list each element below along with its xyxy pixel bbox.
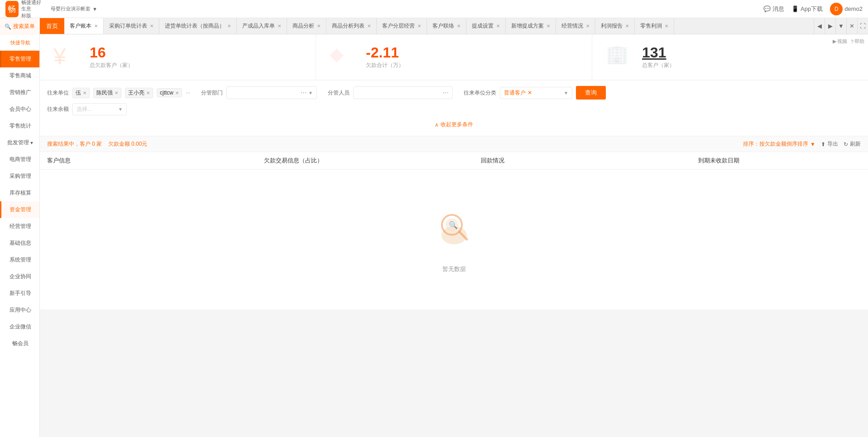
tab-close-icon[interactable]: ✕ [457, 24, 460, 28]
tab-close-icon[interactable]: ✕ [227, 24, 231, 28]
refresh-icon: ↻ [844, 141, 848, 147]
sidebar-item-retail-mgmt[interactable]: 零售管理 [0, 51, 39, 67]
tab-customer-tiering[interactable]: 客户分层经营 ✕ [377, 18, 427, 34]
filter-dept-dots[interactable]: ··· [301, 89, 307, 97]
tab-close-icon[interactable]: ✕ [586, 24, 590, 28]
sidebar-item-wholesale[interactable]: 批发管理 ▼ [0, 134, 39, 151]
remove-tag-wu-icon[interactable]: ✕ [83, 90, 86, 95]
stat-info-customers: 16 总欠款客户（家） [90, 45, 133, 69]
tab-profit-report[interactable]: 利润报告 ✕ [595, 18, 635, 34]
filter-balance-select[interactable]: 选择... ▼ [72, 103, 127, 115]
sidebar: 🔍 搜索菜单 快捷导航 零售管理 零售商城 营销推广 会员中心 零售统计 批发管… [0, 18, 40, 437]
tab-close-icon[interactable]: ✕ [665, 24, 668, 28]
filter-tag-wu[interactable]: 伍 ✕ [72, 88, 90, 98]
tab-purchase-order-stats[interactable]: 采购订单统计表 ✕ [104, 18, 159, 34]
tab-close-icon[interactable]: ✕ [94, 24, 98, 28]
tab-finished-goods[interactable]: 产成品入库单 ✕ [237, 18, 287, 34]
search-icon: 🔍 [5, 24, 11, 30]
filter-person-select[interactable]: ··· [353, 86, 453, 99]
sidebar-item-ecommerce[interactable]: 电商管理 [0, 151, 39, 168]
sort-select[interactable]: 排序：按欠款金额倒序排序 ▼ [743, 140, 815, 148]
sidebar-item-enterprise[interactable]: 企业协同 [0, 268, 39, 285]
building-icon: 🏢 [606, 43, 633, 71]
tab-close-icon[interactable]: ✕ [367, 24, 371, 28]
sidebar-item-wechat-work[interactable]: 企业微信 [0, 318, 39, 335]
tab-add-commission[interactable]: 新增提成方案 ✕ [506, 18, 556, 34]
video-help-button[interactable]: ▶ 视频 [833, 38, 847, 45]
filter-tag-wang[interactable]: 王小亮 ✕ [125, 88, 153, 98]
app-download-button[interactable]: 📱 App下载 [791, 5, 823, 13]
sidebar-item-quick-nav[interactable]: 快捷导航 [0, 35, 39, 51]
sidebar-item-member[interactable]: 会员中心 [0, 101, 39, 118]
tab-close-icon[interactable]: ✕ [317, 24, 321, 28]
filter-category-select[interactable]: 普通客户 ✕ ▼ [500, 87, 572, 99]
tab-close-icon[interactable]: ✕ [496, 24, 500, 28]
refresh-button[interactable]: ↻ 刷新 [844, 140, 861, 148]
tab-close-icon[interactable]: ✕ [417, 24, 421, 28]
content-area: 首页 客户账本 ✕ 采购订单统计表 ✕ 进货单统计表（按商品） ✕ 产成品入库单… [40, 18, 868, 437]
chevron-down-icon: ▼ [30, 141, 34, 145]
sidebar-item-apps[interactable]: 应用中心 [0, 302, 39, 318]
sidebar-item-purchase[interactable]: 采购管理 [0, 168, 39, 185]
tab-retail-profit[interactable]: 零售利润 ✕ [635, 18, 674, 34]
avatar: D [830, 3, 843, 15]
balance-chevron-icon: ▼ [118, 107, 123, 112]
stat-card-total: 🏢 131 总客户（家） ▶ 视频 ? 帮助 [592, 34, 868, 80]
sidebar-item-retail-stats[interactable]: 零售统计 [0, 118, 39, 134]
stat-value-debt: -2.11 [366, 45, 404, 60]
export-button[interactable]: ⬆ 导出 [821, 140, 838, 148]
remove-tag-chen-icon[interactable]: ✕ [115, 90, 118, 95]
filter-category-label: 往来单位分类 [464, 89, 496, 97]
filter-tag-normal-customer[interactable]: 普通客户 ✕ [504, 89, 532, 97]
remove-category-tag-icon[interactable]: ✕ [528, 90, 532, 96]
sidebar-item-finance[interactable]: 资金管理 [0, 201, 39, 218]
messages-button[interactable]: 💬 消息 [763, 5, 784, 13]
sidebar-item-basic-info[interactable]: 基础信息 [0, 235, 39, 252]
tab-customer-ledger[interactable]: 客户账本 ✕ [64, 18, 104, 34]
stats-row: ¥ 16 总欠款客户（家） ◆ -2.11 欠款合计（万） 🏢 [40, 34, 868, 80]
user-menu[interactable]: D demo2 [830, 3, 863, 15]
sidebar-item-newbie[interactable]: 新手引导 [0, 285, 39, 302]
tab-product-analysis-list[interactable]: 商品分析列表 ✕ [326, 18, 377, 34]
download-icon: 📱 [791, 5, 799, 12]
tab-menu-button[interactable]: ▼ [835, 18, 846, 34]
filter-more-tags[interactable]: ··· [186, 90, 190, 96]
remove-tag-wang-icon[interactable]: ✕ [146, 90, 150, 95]
tab-fullscreen-button[interactable]: ⛶ [857, 18, 868, 34]
main-layout: 🔍 搜索菜单 快捷导航 零售管理 零售商城 营销推广 会员中心 零售统计 批发管… [0, 18, 868, 437]
help-button[interactable]: ? 帮助 [851, 38, 864, 45]
sidebar-item-chang-member[interactable]: 畅会员 [0, 335, 39, 352]
filter-tag-chen[interactable]: 陈民强 ✕ [93, 88, 121, 98]
filter-tag-cjttcw[interactable]: cjttcw ✕ [157, 88, 182, 97]
tab-close-icon[interactable]: ✕ [625, 24, 629, 28]
tab-purchase-stats-by-product[interactable]: 进货单统计表（按商品） ✕ [159, 18, 237, 34]
tab-close-icon[interactable]: ✕ [547, 24, 550, 28]
remove-tag-cjttcw-icon[interactable]: ✕ [175, 90, 179, 95]
sidebar-item-system[interactable]: 系统管理 [0, 252, 39, 268]
query-button[interactable]: 查询 [576, 86, 606, 100]
message-icon: 💬 [763, 5, 771, 12]
tab-commission-settings[interactable]: 提成设置 ✕ [466, 18, 506, 34]
empty-state: 🔍 暂无数据 [40, 170, 868, 309]
tab-close-all-button[interactable]: ✕ [846, 18, 857, 34]
tab-home[interactable]: 首页 [40, 18, 64, 34]
collapse-filter-button[interactable]: ∧ 收起更多条件 [47, 119, 861, 130]
sidebar-item-marketing[interactable]: 营销推广 [0, 84, 39, 101]
table-header: 客户信息 欠款交易信息（占比） 回款情况 到期未收款日期 [40, 152, 868, 170]
tab-product-analysis[interactable]: 商品分析 ✕ [287, 18, 326, 34]
tab-next-button[interactable]: ▶ [825, 18, 835, 34]
workspace-chevron-icon: ▼ [92, 6, 97, 12]
workspace-selector[interactable]: 母婴行业演示帐套 ▼ [51, 5, 97, 12]
sidebar-item-inventory[interactable]: 库存核算 [0, 185, 39, 201]
search-menu-button[interactable]: 🔍 搜索菜单 [4, 23, 36, 30]
tab-close-icon[interactable]: ✕ [278, 24, 281, 28]
sidebar-item-retail-mall[interactable]: 零售商城 [0, 67, 39, 84]
filter-person-dots[interactable]: ··· [443, 89, 449, 97]
tab-close-icon[interactable]: ✕ [150, 24, 153, 28]
tab-customer-contact[interactable]: 客户联络 ✕ [427, 18, 466, 34]
sidebar-item-operations[interactable]: 经营管理 [0, 218, 39, 235]
tab-prev-button[interactable]: ◀ [814, 18, 825, 34]
tab-business-status[interactable]: 经营情况 ✕ [556, 18, 595, 34]
svg-text:🔍: 🔍 [449, 221, 458, 229]
filter-dept-select[interactable]: ··· ▼ [226, 86, 317, 99]
